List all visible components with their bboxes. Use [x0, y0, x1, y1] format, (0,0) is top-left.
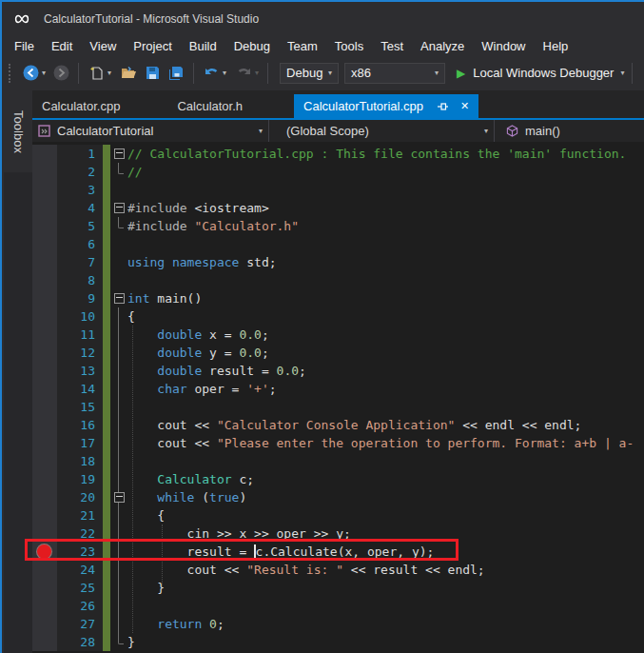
breakpoint-margin[interactable]: [32, 217, 57, 235]
breakpoint-margin[interactable]: [32, 307, 57, 326]
breakpoint-margin[interactable]: [32, 326, 57, 344]
scope-dropdown[interactable]: (Global Scope) ▾: [269, 120, 495, 142]
undo-icon[interactable]: [203, 65, 220, 82]
solution-platform-select[interactable]: x86 ▾: [344, 63, 445, 84]
fold-margin: [110, 217, 127, 235]
code-token: ;: [262, 327, 269, 342]
fold-collapse-toggle[interactable]: [110, 488, 127, 506]
menu-test[interactable]: Test: [372, 37, 412, 55]
member-dropdown[interactable]: main(): [495, 120, 644, 142]
change-tracking-bar: [103, 181, 110, 199]
menu-window[interactable]: Window: [473, 37, 534, 55]
tab-calculator-h[interactable]: Calculator.h: [167, 94, 252, 118]
new-file-icon[interactable]: [88, 65, 105, 82]
breakpoint-margin[interactable]: [32, 579, 57, 597]
breakpoint-margin[interactable]: [32, 181, 57, 199]
breakpoint-margin[interactable]: [32, 271, 57, 289]
code-line: 27 return 0;: [32, 615, 644, 633]
breakpoint-margin[interactable]: [32, 380, 57, 398]
change-tracking-bar: [103, 416, 110, 434]
solution-configuration-select[interactable]: Debug ▾: [280, 63, 339, 84]
redo-dropdown-icon[interactable]: ▾: [255, 69, 259, 77]
line-number: 14: [57, 380, 103, 398]
menu-team[interactable]: Team: [279, 37, 326, 55]
line-number: 18: [57, 452, 103, 470]
project-dropdown[interactable]: CalculatorTutorial ▾: [32, 120, 269, 142]
code-text: [127, 271, 644, 289]
code-token: cout <<: [127, 436, 217, 450]
toolbar-grip[interactable]: [9, 64, 14, 83]
breakpoint-indicator[interactable]: [37, 544, 51, 559]
code-text: //: [127, 163, 644, 181]
breakpoint-margin[interactable]: [32, 506, 57, 524]
start-debugging-button[interactable]: ▶ Local Windows Debugger ▾: [457, 66, 624, 80]
redo-icon[interactable]: [235, 65, 252, 82]
breakpoint-margin[interactable]: [32, 344, 57, 362]
undo-dropdown-icon[interactable]: ▾: [223, 69, 226, 77]
menu-build[interactable]: Build: [181, 37, 225, 55]
breakpoint-margin[interactable]: [32, 452, 57, 470]
breakpoint-margin[interactable]: [32, 416, 57, 434]
fold-collapse-toggle[interactable]: [110, 289, 127, 307]
breakpoint-margin[interactable]: [32, 235, 57, 253]
tab-calculatortutorial-cpp[interactable]: CalculatorTutorial.cpp✕: [294, 94, 478, 118]
breakpoint-margin[interactable]: [32, 398, 57, 416]
breakpoint-margin[interactable]: [32, 145, 57, 163]
save-all-icon[interactable]: [167, 65, 185, 82]
fold-margin: [110, 380, 127, 398]
code-line: 1// CalculatorTutorial.cpp : This file c…: [32, 145, 644, 163]
pin-icon[interactable]: [437, 101, 449, 112]
menu-view[interactable]: View: [81, 37, 125, 55]
breakpoint-margin[interactable]: [32, 163, 57, 181]
breakpoint-margin[interactable]: [32, 488, 57, 506]
breakpoint-margin[interactable]: [32, 615, 57, 633]
change-tracking-bar: [103, 488, 110, 506]
change-tracking-bar: [103, 253, 110, 271]
navigate-forward-icon[interactable]: [52, 65, 69, 82]
navigate-back-icon[interactable]: [22, 65, 39, 82]
menu-project[interactable]: Project: [125, 37, 180, 55]
fold-margin: [110, 307, 127, 326]
close-icon[interactable]: ✕: [460, 100, 469, 112]
breakpoint-margin[interactable]: [32, 561, 57, 579]
breakpoint-margin[interactable]: [32, 253, 57, 271]
fold-margin: [110, 561, 127, 579]
breakpoint-margin[interactable]: [32, 597, 57, 615]
change-tracking-bar: [103, 199, 110, 217]
breakpoint-margin[interactable]: [32, 362, 57, 380]
open-file-icon[interactable]: [120, 65, 137, 82]
fold-collapse-toggle[interactable]: [110, 199, 127, 217]
menu-tools[interactable]: Tools: [326, 37, 372, 55]
breakpoint-margin[interactable]: [32, 524, 57, 543]
line-number: 9: [57, 289, 103, 307]
menu-help[interactable]: Help: [535, 37, 577, 55]
new-file-dropdown-icon[interactable]: ▾: [107, 69, 111, 77]
code-text: double result = 0.0;: [127, 362, 644, 380]
line-number: 1: [57, 145, 103, 163]
breakpoint-margin[interactable]: [32, 199, 57, 217]
breakpoint-margin[interactable]: [32, 470, 57, 488]
code-line: 21 {: [32, 506, 644, 524]
code-token: //: [127, 165, 143, 179]
save-icon[interactable]: [144, 65, 161, 82]
breakpoint-margin[interactable]: [32, 289, 57, 307]
code-text: Calculator c;: [127, 470, 644, 488]
code-text: [127, 398, 644, 416]
menu-analyze[interactable]: Analyze: [412, 37, 473, 55]
tab-calculator-cpp[interactable]: Calculator.cpp: [32, 94, 129, 118]
line-number: 25: [57, 579, 103, 597]
fold-collapse-toggle[interactable]: [110, 145, 127, 163]
menu-edit[interactable]: Edit: [43, 37, 81, 55]
change-tracking-bar: [103, 380, 110, 398]
breakpoint-margin[interactable]: [32, 434, 57, 452]
menu-debug[interactable]: Debug: [225, 37, 279, 55]
code-line: 3: [32, 181, 644, 199]
solution-configuration-value: Debug: [286, 66, 322, 80]
navigate-back-dropdown-icon[interactable]: ▾: [42, 69, 46, 77]
menu-file[interactable]: File: [6, 37, 43, 55]
breakpoint-margin[interactable]: [32, 543, 57, 561]
code-token: [202, 617, 209, 631]
toolbox-tab[interactable]: Toolbox: [4, 90, 32, 172]
code-editor[interactable]: 1// CalculatorTutorial.cpp : This file c…: [32, 143, 644, 653]
breakpoint-margin[interactable]: [32, 633, 57, 651]
